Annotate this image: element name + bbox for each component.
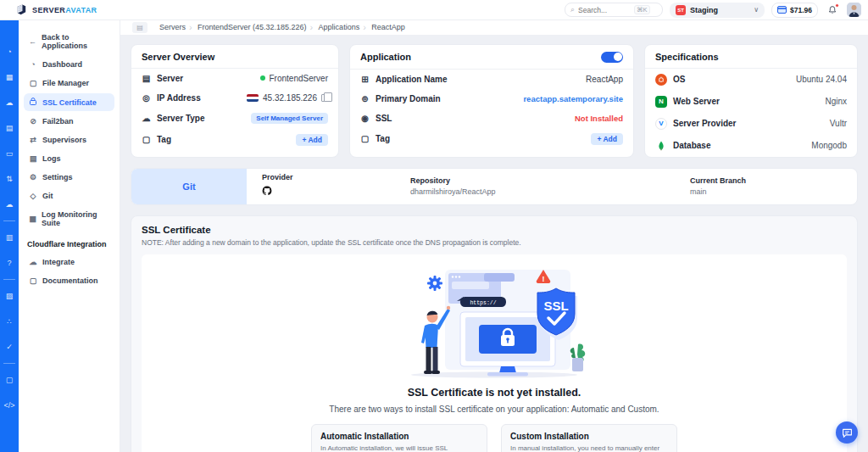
logs-icon: ▤ xyxy=(29,154,37,163)
serveravatar-logo-icon xyxy=(15,3,28,16)
sidebar-item-label: Fail2ban xyxy=(42,117,74,126)
sidebar-item-ssl-certificate[interactable]: SSL Certificate xyxy=(24,93,114,111)
sidebar-item-log-monitoring-suite[interactable]: ▦ Log Monitoring Suite xyxy=(24,206,114,232)
ssl-row: ◉SSL Not Installed xyxy=(350,109,633,128)
rail-divider xyxy=(3,220,15,221)
cloud-icon: ☁ xyxy=(142,114,151,123)
nodes-icon[interactable]: ∴ xyxy=(0,309,19,334)
server-icon: ▤ xyxy=(142,74,151,83)
breadcrumb-servers[interactable]: Servers xyxy=(159,23,186,31)
database-row: Database Mongodb xyxy=(645,135,857,157)
search-input[interactable] xyxy=(578,6,631,14)
ssl-icon: ◉ xyxy=(360,114,370,123)
brand-name: SERVERAVATAR xyxy=(32,6,97,14)
user-avatar[interactable] xyxy=(847,3,861,17)
supervisors-icon: ⇄ xyxy=(29,136,37,144)
add-tag-button[interactable]: + Add xyxy=(296,134,328,146)
box-icon[interactable]: ▢ xyxy=(0,367,19,393)
file-icon: ▢ xyxy=(29,79,37,87)
os-value: Ubuntu 24.04 xyxy=(796,75,847,84)
applications-icon[interactable]: ▦ xyxy=(0,64,19,90)
back-to-applications[interactable]: ← Back to Applications xyxy=(24,29,114,54)
back-arrow-icon: ← xyxy=(29,37,36,46)
ssl-certificate-section: SSL Certificate NOTE: After adding a new… xyxy=(131,215,858,452)
nginx-icon: N xyxy=(655,96,667,108)
icon-rail: ◔ ▦ ☁ ▤ ▭ ⇅ ☁ ▥ ? ▨ ∴ ✓ ▢ </> xyxy=(0,20,19,452)
server-provider-value: Vultr xyxy=(830,119,847,128)
server-row: ▤Server FrontendServer xyxy=(131,69,338,88)
feedback-chat-button[interactable] xyxy=(836,421,858,444)
devices-icon[interactable]: ▭ xyxy=(0,141,19,166)
help-icon[interactable]: ? xyxy=(0,250,19,276)
copy-icon[interactable] xyxy=(321,94,328,102)
main-content: ▤ Servers FrontendServer (45.32.185.226)… xyxy=(120,20,868,452)
specifications-card: Specifications OS Ubuntu 24.04 N Web Ser… xyxy=(644,44,858,158)
sidebar-item-label: File Manager xyxy=(42,79,89,87)
ssl-section-title: SSL Certificate xyxy=(142,225,847,235)
custom-installation-title: Custom Installation xyxy=(510,432,668,441)
sidebar-item-supervisors[interactable]: ⇄ Supervisors xyxy=(24,131,114,148)
sidebar-item-label: Integrate xyxy=(42,258,75,266)
tag-icon: ▢ xyxy=(360,134,370,143)
sidebar-item-settings[interactable]: ⚙ Settings xyxy=(24,169,114,186)
rail-divider xyxy=(3,279,15,280)
application-name-row: ⊞Application Name ReactApp xyxy=(350,70,633,89)
network-icon[interactable]: ⇅ xyxy=(0,166,19,192)
primary-domain-row: ⊚Primary Domain reactapp.satemporary.sit… xyxy=(350,89,633,109)
breadcrumb-menu-icon[interactable]: ▤ xyxy=(132,22,147,33)
sidebar-item-dashboard[interactable]: ◔ Dashboard xyxy=(24,56,114,73)
chevron-down-icon: ∨ xyxy=(754,6,759,14)
balance-amount: $71.96 xyxy=(790,6,812,14)
sidebar-item-logs[interactable]: ▤ Logs xyxy=(24,150,114,167)
automatic-installation-title: Automatic Installation xyxy=(320,432,478,441)
code-icon[interactable]: </> xyxy=(0,393,19,418)
os-row: OS Ubuntu 24.04 xyxy=(645,69,857,91)
primary-domain-link[interactable]: reactapp.satemporary.site xyxy=(523,94,623,103)
notification-dot xyxy=(835,3,839,8)
cloud-sync-icon[interactable]: ☁ xyxy=(0,192,19,217)
git-branch-col: Current Branch main xyxy=(675,169,857,204)
brand-logo[interactable]: SERVERAVATAR xyxy=(15,3,97,16)
database-value: Mongodb xyxy=(811,141,847,150)
environment-badge: ST xyxy=(676,5,686,15)
sidebar-item-label: Documentation xyxy=(42,276,98,285)
sidebar-item-documentation[interactable]: ▢ Documentation xyxy=(24,272,114,289)
sidebar-item-fail2ban[interactable]: ⊘ Fail2ban xyxy=(24,113,114,130)
tasks-icon[interactable]: ✓ xyxy=(0,334,19,360)
gear-icon: ⚙ xyxy=(29,173,37,181)
custom-installation-description: In manual installation, you need to manu… xyxy=(510,444,668,452)
dashboard-icon[interactable]: ◔ xyxy=(0,39,19,64)
notifications-button[interactable] xyxy=(825,3,840,18)
ubuntu-icon xyxy=(655,74,667,86)
sidebar-item-integrate[interactable]: ☁ Integrate xyxy=(24,254,114,271)
search-icon: ⌕ xyxy=(570,6,575,14)
web-server-value: Nginx xyxy=(825,97,847,106)
search-box[interactable]: ⌕ ⌘K xyxy=(565,3,663,17)
breadcrumb-server[interactable]: FrontendServer (45.32.185.226) xyxy=(198,23,307,31)
github-icon xyxy=(262,184,380,199)
breadcrumb-applications[interactable]: Applications xyxy=(319,23,360,31)
ip-address-row: ◎IP Address 45.32.185.226 xyxy=(131,88,338,108)
environment-selector[interactable]: ST Staging ∨ xyxy=(670,3,765,18)
servers-icon[interactable]: ▤ xyxy=(0,115,19,141)
cloud-icon[interactable]: ☁ xyxy=(0,90,19,115)
search-shortcut: ⌘K xyxy=(634,5,650,14)
web-server-row: N Web Server Nginx xyxy=(645,91,857,113)
analytics-icon[interactable]: ▨ xyxy=(0,283,19,309)
repository-value: dharmilshiroya/ReactApp xyxy=(410,187,659,196)
sidebar-item-git[interactable]: ◇ Git xyxy=(24,187,114,204)
git-icon: ◇ xyxy=(29,192,37,200)
breadcrumb-app[interactable]: ReactApp xyxy=(371,23,405,31)
vultr-icon: V xyxy=(655,118,667,130)
server-overview-title: Server Overview xyxy=(142,52,214,62)
add-app-tag-button[interactable]: + Add xyxy=(591,133,623,145)
sidebar-item-label: Dashboard xyxy=(42,60,82,69)
application-toggle[interactable] xyxy=(601,52,623,63)
sidebar-item-label: Settings xyxy=(42,173,73,181)
sidebar-item-file-manager[interactable]: ▢ File Manager xyxy=(24,75,114,92)
netherlands-flag-icon xyxy=(247,94,259,102)
billing-icon[interactable]: ▥ xyxy=(0,225,19,250)
balance-chip[interactable]: $71.96 xyxy=(771,3,818,18)
chat-bubble-icon xyxy=(842,427,853,438)
git-tab[interactable]: Git xyxy=(131,169,247,204)
